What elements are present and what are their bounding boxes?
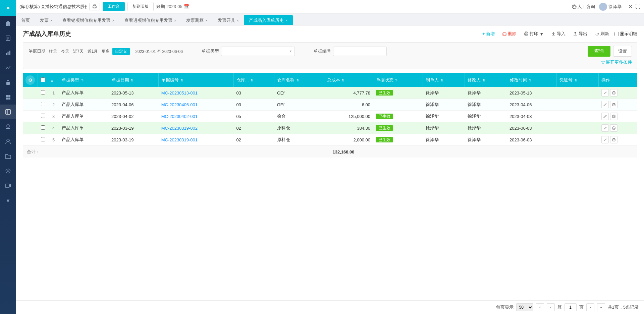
- show-detail-checkbox[interactable]: [614, 32, 619, 36]
- tab-check-purchase-close[interactable]: ×: [174, 18, 176, 22]
- row-edit-btn-2[interactable]: [601, 113, 609, 120]
- col-type-header[interactable]: 单据类型 ⇅: [59, 73, 109, 87]
- row-delete-btn-4[interactable]: [610, 136, 618, 143]
- row-check-3[interactable]: [41, 125, 45, 130]
- tab-product-history-close[interactable]: ×: [285, 18, 287, 22]
- delete-button[interactable]: 删除: [500, 29, 519, 38]
- col-modify-time-header[interactable]: 修改时间 ⇅: [507, 73, 557, 87]
- tab-invoice-close[interactable]: ×: [50, 18, 52, 22]
- refresh-button[interactable]: 刷新: [593, 29, 611, 38]
- row-billno-link-0[interactable]: MC-20230513-001: [161, 90, 198, 96]
- row-edit-btn-0[interactable]: [601, 89, 609, 97]
- filter-7days-btn[interactable]: 近7天: [72, 48, 85, 55]
- delete-label: 删除: [508, 31, 517, 37]
- filter-custom-btn[interactable]: 自定义: [112, 48, 130, 55]
- sidebar-item-folder[interactable]: [0, 149, 16, 164]
- sidebar-item-v[interactable]: V: [0, 193, 16, 208]
- select-all-checkbox[interactable]: [41, 77, 45, 82]
- sidebar-item-person[interactable]: [0, 134, 16, 149]
- add-button[interactable]: + 新增: [480, 29, 497, 38]
- col-voucher-header[interactable]: 凭证号 ⇅: [557, 73, 599, 87]
- company-selector[interactable]: (库存核算) 直播轻纯通信息技术股份... ▼: [19, 4, 87, 10]
- row-status-0: 已生效: [373, 87, 423, 99]
- prev-page-btn[interactable]: ‹: [547, 303, 555, 311]
- row-check-1[interactable]: [41, 102, 45, 106]
- row-billno-link-2[interactable]: MC-20230402-001: [161, 114, 198, 119]
- row-check-2[interactable]: [41, 114, 45, 118]
- tab-check-purchase[interactable]: 查看进项增值税专用发票 ×: [119, 15, 181, 25]
- sidebar-item-book[interactable]: [0, 105, 16, 119]
- sidebar-item-home[interactable]: [0, 16, 16, 31]
- filter-1month-btn[interactable]: 近1月: [86, 48, 99, 55]
- export-button[interactable]: 导出: [571, 29, 589, 38]
- user-info-btn[interactable]: 徐泽华: [599, 3, 622, 11]
- row-edit-btn-1[interactable]: [601, 101, 609, 108]
- filter-today-btn[interactable]: 今天: [60, 48, 70, 55]
- row-billno-link-4[interactable]: MC-20230319-001: [161, 137, 198, 142]
- col-warehouse-no-header[interactable]: 仓库... ⇅: [233, 73, 274, 87]
- col-creator-header[interactable]: 制单人 ⇅: [423, 73, 465, 87]
- row-edit-btn-4[interactable]: [601, 136, 609, 143]
- row-check-0[interactable]: [41, 90, 45, 95]
- row-delete-btn-0[interactable]: [610, 89, 618, 97]
- sidebar-item-settings[interactable]: [0, 164, 16, 178]
- tab-product-history[interactable]: 产成品入库单历史 ×: [244, 15, 292, 25]
- col-status-header[interactable]: 单据状态 ⇅: [373, 73, 423, 87]
- tab-calc-close[interactable]: ×: [205, 18, 207, 22]
- sidebar-item-lock[interactable]: [0, 75, 16, 90]
- tab-check-sales[interactable]: 查看销项增值税专用发票 ×: [57, 15, 119, 25]
- tab-calc[interactable]: 发票测算 ×: [181, 15, 212, 25]
- sidebar-item-stamp[interactable]: [0, 119, 16, 134]
- tab-open[interactable]: 发票开具 ×: [213, 15, 244, 25]
- next-page-btn[interactable]: ›: [586, 303, 594, 311]
- last-page-btn[interactable]: »: [597, 303, 605, 311]
- col-total-cost-header[interactable]: 总成本 ⇅: [324, 73, 373, 87]
- expand-more-btn[interactable]: ▽ 展开更多条件: [601, 59, 632, 65]
- filter-num-input[interactable]: [333, 47, 387, 56]
- col-settings-icon[interactable]: ⚙: [25, 75, 35, 85]
- query-button[interactable]: 查询: [588, 46, 610, 57]
- current-page-input[interactable]: [565, 303, 577, 311]
- row-billno-link-1[interactable]: MC-20230406-001: [161, 102, 198, 107]
- workbench-button[interactable]: 工作台: [103, 2, 125, 11]
- col-settings-header[interactable]: ⚙: [23, 73, 38, 87]
- status-badge-2: 已生效: [376, 114, 393, 119]
- customer-service-btn[interactable]: 人工咨询: [572, 4, 595, 10]
- table-body: 1 产品入库单 2023-05-13 MC-20230513-001 03 GE…: [23, 87, 637, 146]
- first-page-btn[interactable]: «: [536, 303, 544, 311]
- switch-old-btn[interactable]: 切到旧版: [127, 2, 154, 11]
- sidebar-item-analytics[interactable]: [0, 60, 16, 75]
- col-date-header[interactable]: 单据日期 ⇅: [109, 73, 159, 87]
- row-delete-btn-3[interactable]: [610, 124, 618, 132]
- filter-num-label: 单据编号: [314, 48, 331, 54]
- tab-invoice[interactable]: 发票 ×: [35, 15, 57, 25]
- col-billno-header[interactable]: 单据编号 ⇅: [159, 73, 234, 87]
- sidebar-item-doc[interactable]: [0, 31, 16, 46]
- tab-open-close[interactable]: ×: [237, 18, 239, 22]
- filter-more-btn[interactable]: 更多: [100, 48, 111, 55]
- col-modifier-header[interactable]: 修改人 ⇅: [465, 73, 507, 87]
- row-delete-btn-1[interactable]: [610, 101, 618, 108]
- row-num-2: 3: [48, 111, 59, 122]
- import-button[interactable]: 导入: [549, 29, 568, 38]
- row-delete-btn-2[interactable]: [610, 113, 618, 120]
- page-size-select[interactable]: 50 100 200: [516, 303, 533, 311]
- tab-home[interactable]: 首页: [16, 15, 35, 25]
- filter-yesterday-btn[interactable]: 昨天: [48, 48, 58, 55]
- row-check-4[interactable]: [41, 137, 45, 141]
- show-detail-toggle[interactable]: 显示明细: [614, 31, 637, 37]
- tab-check-sales-close[interactable]: ×: [112, 18, 114, 22]
- setting-button[interactable]: 设置: [613, 46, 632, 57]
- filter-type-select[interactable]: 产品入库单: [221, 47, 295, 56]
- sidebar-item-chart[interactable]: [0, 46, 16, 60]
- period-calendar-icon[interactable]: 📅: [184, 4, 189, 9]
- print-btn-top[interactable]: [89, 3, 100, 10]
- row-edit-btn-3[interactable]: [601, 124, 609, 132]
- window-maximize-btn[interactable]: ⛶: [635, 4, 641, 9]
- row-billno-link-3[interactable]: MC-20230319-002: [161, 126, 198, 131]
- print-button[interactable]: 打印 ▼: [522, 29, 546, 38]
- sidebar-item-grid[interactable]: [0, 90, 16, 105]
- window-close-btn[interactable]: ✕: [628, 4, 633, 9]
- sidebar-item-video[interactable]: [0, 178, 16, 193]
- col-warehouse-name-header[interactable]: 仓库名称 ⇅: [274, 73, 324, 87]
